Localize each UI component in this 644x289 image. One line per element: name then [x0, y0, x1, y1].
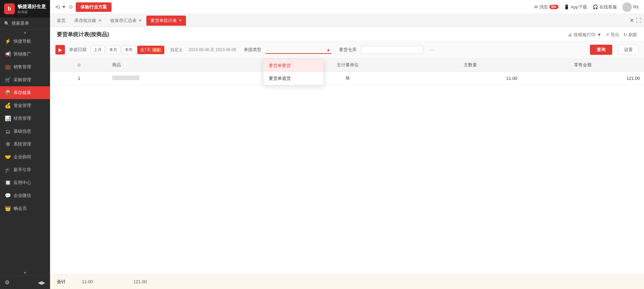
sidebar-item-vip[interactable]: 👑畅会员	[0, 202, 50, 215]
print-dropdown-icon: ▼	[597, 32, 601, 37]
sidebar-scroll-down[interactable]: ▼	[0, 270, 50, 275]
tab-close-inventory-batch[interactable]: ✕	[98, 18, 101, 23]
warehouse-input[interactable]	[361, 46, 424, 54]
settings-icon[interactable]: ⚙	[5, 279, 9, 286]
date-btn-last-month[interactable]: 上月	[91, 46, 105, 54]
sidebar-item-sales[interactable]: 💼销售管理	[0, 61, 50, 73]
sidebar-label-purchase: 采购管理	[14, 77, 31, 83]
system-icon: ⚙	[5, 141, 11, 147]
tab-label-home: 首页	[57, 18, 66, 24]
export-icon: ↗	[605, 32, 609, 37]
print-icon: 🖨	[568, 32, 572, 37]
filter-expand-btn[interactable]: ▶	[55, 45, 65, 54]
date-range-display: 2023-05-06 至 2023-06-06	[189, 47, 236, 53]
store-number: 41	[55, 4, 60, 9]
search-icon: 🔍	[4, 21, 9, 26]
tab-label-collect-send: 收发存汇总表	[110, 18, 137, 24]
sidebar-item-wechat[interactable]: 💬企业微信	[0, 189, 50, 202]
refresh-action[interactable]: ↻ 刷新	[623, 32, 637, 38]
basic-info-icon: 🗂	[5, 129, 11, 134]
sidebar-item-guide[interactable]: 🎓新手引导	[0, 163, 50, 176]
sidebar-item-quick-nav[interactable]: ⚡快捷导航	[0, 35, 50, 48]
page-content: 要货单统计表(按商品) 🖨 按模板打印 ▼ ↗ 导出 ↻ 刷新 ▶	[50, 27, 644, 289]
type-input[interactable]	[265, 46, 332, 54]
sidebar: b 畅捷通好生意 标准版 🔍 搜索菜单 ▲ ⚡快捷导航📢营销推广💼销售管理🛒采购…	[0, 0, 50, 289]
marketing-icon: 📢	[5, 51, 11, 57]
tab-collect-send[interactable]: 收发存汇总表✕	[106, 16, 146, 26]
tab-fullscreen-icon[interactable]: ⛶	[636, 18, 641, 24]
search-menu[interactable]: 🔍 搜索菜单	[0, 18, 50, 29]
col-amount: 零售金额	[521, 59, 644, 72]
dropdown-item-order-return[interactable]: 要货单退货	[263, 72, 324, 85]
date-custom-btn[interactable]: 自定义	[168, 46, 185, 54]
header-right: ✉ 消息 99+ 📱 App下载 🎧 在线客服 Rit	[534, 2, 639, 12]
app-center-icon: 🔲	[5, 180, 11, 186]
refresh-label: 刷新	[628, 32, 637, 38]
type-input-wrap: ▲	[265, 46, 332, 54]
sidebar-item-app-center[interactable]: 🔲应用中心	[0, 176, 50, 189]
vip-icon: 👑	[5, 205, 11, 212]
wechat-icon: 💬	[5, 193, 11, 199]
type-dropdown-icon[interactable]: ▲	[326, 47, 330, 52]
sidebar-item-operations[interactable]: 📊经营管理	[0, 112, 50, 125]
tab-label-order-stats: 要货单统计表	[150, 18, 177, 24]
tab-close-collect-send[interactable]: ✕	[139, 18, 142, 23]
query-btn[interactable]: 查询	[590, 45, 612, 55]
total-qty: 11.00	[82, 279, 93, 284]
settings-gear-icon[interactable]: ⚙	[69, 4, 73, 10]
refresh-icon: ↻	[623, 32, 627, 37]
store-dropdown-icon: ▼	[62, 4, 66, 9]
sidebar-item-marketing[interactable]: 📢营销推广	[0, 48, 50, 61]
sidebar-item-purchase[interactable]: 🛒采购管理	[0, 73, 50, 86]
tab-close-order-stats[interactable]: ✕	[179, 18, 182, 23]
tab-close-all-icon[interactable]: ✕	[629, 17, 634, 24]
sidebar-item-system[interactable]: ⚙系统管理	[0, 138, 50, 151]
sidebar-item-enterprise[interactable]: 🤝企业协同	[0, 151, 50, 163]
col-settings[interactable]: ⚙	[50, 59, 108, 72]
trial-btn[interactable]: 体验行业方案	[76, 2, 112, 12]
sidebar-label-marketing: 营销推广	[14, 51, 31, 57]
date-btn-last-7[interactable]: 近7天更多	[137, 46, 164, 54]
finance-icon: 💰	[5, 103, 11, 109]
sidebar-nav: ⚡快捷导航📢营销推广💼销售管理🛒采购管理📦库存核算💰资金管理📊经营管理🗂基础信息…	[0, 35, 50, 270]
print-action[interactable]: 🖨 按模板打印 ▼	[568, 32, 601, 38]
search-label: 搜索菜单	[11, 20, 29, 26]
type-dropdown: 要货单要货要货单退货	[263, 59, 324, 85]
sidebar-scroll-up[interactable]: ▲	[0, 29, 50, 35]
online-service-item[interactable]: 🎧 在线客服	[593, 4, 617, 10]
date-label: 单据日期	[69, 47, 87, 53]
sidebar-label-sales: 销售管理	[14, 64, 31, 70]
table-footer: 合计 11.00 121.00	[50, 274, 644, 289]
date-badge: 更多	[152, 48, 161, 52]
user-avatar-item[interactable]: Rit	[622, 2, 639, 12]
date-btn-this-year[interactable]: 本年	[122, 46, 136, 54]
online-service-label: 在线客服	[599, 4, 617, 10]
tab-order-stats[interactable]: 要货单统计表✕	[146, 16, 186, 26]
sidebar-label-app-center: 应用中心	[14, 180, 31, 186]
page-actions: 🖨 按模板打印 ▼ ↗ 导出 ↻ 刷新	[568, 32, 637, 38]
headset-icon: 🎧	[593, 4, 598, 9]
print-label: 按模板打印	[574, 32, 596, 38]
header-left: 41 ▼ ⚙ 体验行业方案	[55, 2, 112, 12]
type-label: 单据类型	[244, 47, 261, 53]
settings-btn[interactable]: 设置	[618, 45, 639, 55]
dropdown-item-order-goods[interactable]: 要货单要货	[263, 59, 324, 72]
store-selector[interactable]: 41 ▼	[55, 4, 66, 9]
tab-home[interactable]: 首页	[53, 16, 70, 26]
date-btn-this-month[interactable]: 本月	[106, 46, 120, 54]
app-download-item[interactable]: 📱 App下载	[564, 4, 587, 10]
sidebar-item-inventory[interactable]: 📦库存核算	[0, 86, 50, 99]
app-download-label: App下载	[571, 4, 587, 10]
more-filters-btn[interactable]: ···	[428, 46, 435, 53]
collapse-btn[interactable]: ◀▶	[38, 280, 45, 285]
messages-item[interactable]: ✉ 消息 99+	[534, 4, 558, 10]
table-area: ⚙ 商品 主计量单位 主数量 零售金额 1 块 11.00 121.00	[50, 59, 644, 274]
tab-inventory-batch[interactable]: 库存批次账✕	[70, 16, 105, 26]
sidebar-item-basic-info[interactable]: 🗂基础信息	[0, 125, 50, 138]
product-placeholder	[112, 75, 139, 80]
export-action[interactable]: ↗ 导出	[605, 32, 619, 38]
sidebar-item-finance[interactable]: 💰资金管理	[0, 99, 50, 112]
sidebar-label-system: 系统管理	[14, 141, 31, 147]
main-area: 41 ▼ ⚙ 体验行业方案 ✉ 消息 99+ 📱 App下载 🎧 在线客服 R	[50, 0, 644, 289]
total-nums: 11.00 121.00	[82, 279, 147, 284]
